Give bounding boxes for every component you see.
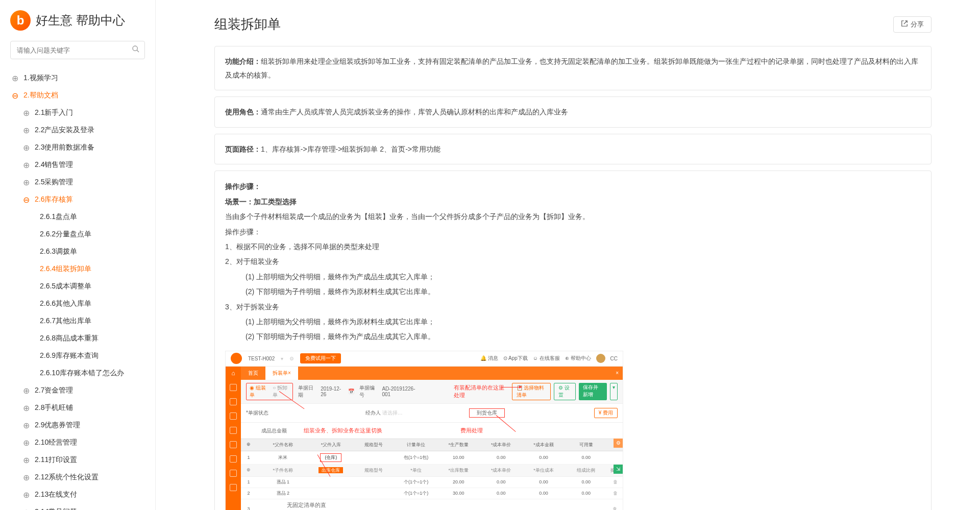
ss-row2: *单据状态 经办人 请选择… 到货仓库 ¥ 费用	[241, 404, 623, 423]
nav-2-10[interactable]: ⊕2.10经营管理	[10, 434, 145, 451]
ss-rail: ⌂	[226, 367, 241, 510]
ss-side-settings-icon: ⚙	[614, 439, 623, 448]
nav-2-5[interactable]: ⊕2.5采购管理	[10, 174, 145, 191]
nav-2-6-8[interactable]: 2.6.8商品成本重算	[10, 330, 145, 347]
ss-fee-button: ¥ 费用	[594, 408, 618, 418]
step3-2: (2) 下部明细为子件明细，最终作为产成品生成其它入库单。	[225, 329, 921, 344]
plus-icon: ⊕	[21, 507, 31, 510]
ss-try-button: 免费试用一下	[300, 353, 341, 363]
ss-radio-assemble: ◉ 组装单	[250, 384, 267, 399]
ss-row3: 成品总金额 组装业务、拆卸业务在这里切换 费用处理	[241, 423, 623, 439]
ss-tab-home: 首页	[241, 370, 265, 377]
plus-icon: ⊕	[21, 455, 31, 465]
ss-btn-settings: ⚙ 设置	[554, 383, 576, 400]
step3-1: (1) 上部明细为父件明细，最终作为原材料生成其它出库单；	[225, 314, 921, 329]
rail-icon	[230, 484, 237, 491]
ss-topbar: TEST-H002 ▾ ⚙ 免费试用一下 🔔 消息 ⊙ App下载 ☺ 在线客服…	[226, 351, 623, 367]
plus-icon: ⊕	[21, 421, 31, 430]
nav-2-6-10[interactable]: 2.6.10库存账本错了怎么办	[10, 365, 145, 382]
nav-2-6[interactable]: ⊖2.6库存核算	[10, 191, 145, 208]
ss-child-header: ⊕ *子件名称 出库仓库 规格型号 *单位 *出库数量 *成本单价 *单位成本 …	[241, 465, 623, 477]
nav-video[interactable]: ⊕1.视频学习	[10, 69, 145, 87]
step3: 3、对于拆装业务	[225, 300, 921, 314]
nav-2-7[interactable]: ⊕2.7资金管理	[10, 382, 145, 399]
site-logo: b 好生意 帮助中心	[10, 10, 145, 31]
ss-status-label: *单据状态	[246, 409, 268, 417]
share-icon	[901, 20, 908, 29]
role-label: 使用角色：	[225, 108, 261, 116]
nav-2-6-1[interactable]: 2.6.1盘点单	[10, 208, 145, 226]
nav-2-14[interactable]: ⊕2.14常见问题	[10, 503, 145, 510]
ss-parent-header: ⊕ *父件名称 *父件入库 规格型号 计量单位 *生产数量 *成本单价 *成本金…	[241, 439, 623, 451]
nav-2-11[interactable]: ⊕2.11打印设置	[10, 451, 145, 469]
ss-service: ☺ 在线客服	[533, 355, 560, 362]
ss-help: ⊕ 帮助中心	[565, 355, 591, 362]
nav-2-8[interactable]: ⊕2.8手机旺铺	[10, 399, 145, 417]
step2: 2、对于组装业务	[225, 254, 921, 269]
svg-line-1	[137, 50, 139, 52]
ss-tenant: TEST-H002	[248, 356, 275, 361]
plus-icon: ⊕	[21, 438, 31, 447]
ss-wh-badge: 出库仓库	[318, 467, 343, 473]
nav-2-13[interactable]: ⊕2.13在线支付	[10, 486, 145, 503]
nav-2-6-5[interactable]: 2.6.5成本调整单	[10, 278, 145, 295]
ss-toolbar: ◉ 组装单 ○ 拆卸单 单据日期 2019-12-26 📅 单据编号 AD-20…	[241, 380, 623, 404]
main-content: 组装拆卸单 分享 功能介绍：组装拆卸单用来处理企业组装或拆卸等加工业务，支持有固…	[156, 0, 980, 510]
plus-icon: ⊕	[21, 490, 31, 499]
nav-2-1[interactable]: ⊕2.1新手入门	[10, 104, 145, 122]
sidebar: b 好生意 帮助中心 ⊕1.视频学习 ⊖2.帮助文档 ⊕2.1新手入门 ⊕2.2…	[0, 0, 156, 510]
ss-radio-group: ◉ 组装单 ○ 拆卸单	[246, 383, 293, 400]
ss-child-row: 3无固定清单的直接在这里录入🗑	[241, 499, 623, 510]
ss-child-row: 2蒸品 2 个(1个=1个)30.000.000.000.00🗑	[241, 488, 623, 499]
ss-wh-highlight: (仓库)	[320, 453, 341, 462]
share-button[interactable]: 分享	[893, 16, 932, 33]
plus-icon: ⊕	[21, 386, 31, 395]
nav-2-6-4[interactable]: 2.6.4组装拆卸单	[10, 260, 145, 278]
role-box: 使用角色：通常由生产人员或库管人员完成拆装业务的操作，库管人员确认原材料的出库和…	[214, 96, 932, 128]
rail-icon	[230, 470, 237, 477]
intro-text: 组装拆卸单用来处理企业组装或拆卸等加工业务，支持有固定装配清单的产品加工业务，也…	[225, 57, 918, 79]
ss-user: CC	[610, 356, 618, 361]
ss-annotation-list: 有装配清单的在这里处理	[454, 384, 507, 399]
nav-2-6-7[interactable]: 2.6.7其他出库单	[10, 312, 145, 330]
share-label: 分享	[911, 20, 924, 29]
step2-1: (1) 上部明细为父件明细，最终作为产成品生成其它入库单；	[225, 270, 921, 284]
close-icon: ×	[616, 370, 619, 376]
ss-maker-label: 经办人 请选择…	[365, 409, 403, 417]
rail-icon	[230, 398, 237, 405]
arrow-icon	[501, 387, 522, 387]
ss-parent-row: 1 米米 (仓库) 包(1个=1包) 10.00 0.00 0.00 0.00	[241, 451, 623, 465]
nav-2-3[interactable]: ⊕2.3使用前数据准备	[10, 139, 145, 156]
rail-icon	[230, 412, 237, 420]
step2-2: (2) 下部明细为子件明细，最终作为原材料生成其它出库单。	[225, 284, 921, 299]
ss-total-label: 成品总金额	[261, 428, 287, 433]
ss-annotation-switch: 组装业务、拆卸业务在这里切换	[304, 427, 382, 433]
nav-2-2[interactable]: ⊕2.2产品安装及登录	[10, 122, 145, 139]
search-icon[interactable]	[132, 45, 140, 55]
step1: 1、根据不同的业务，选择不同单据的类型来处理	[225, 239, 921, 254]
nav-docs[interactable]: ⊖2.帮助文档	[10, 87, 145, 104]
nav-2-6-2[interactable]: 2.6.2分量盘点单	[10, 226, 145, 243]
ss-tab-form: 拆装单 ×	[265, 367, 298, 380]
plus-icon: ⊕	[21, 473, 31, 482]
nav-2-6-9[interactable]: 2.6.9库存账本查询	[10, 347, 145, 365]
search-input[interactable]	[10, 41, 145, 59]
path-text: 1、库存核算->库存管理->组装拆卸单 2、首页->常用功能	[261, 145, 440, 153]
site-title: 好生意 帮助中心	[36, 12, 125, 29]
plus-icon: ⊕	[21, 108, 31, 117]
nav-2-4[interactable]: ⊕2.4销售管理	[10, 156, 145, 174]
ss-avatar-icon	[596, 354, 605, 363]
ss-code-label: 单据编号	[359, 384, 377, 399]
ss-child-row: 1蒸品 1 个(1个=1个)20.000.000.000.00🗑	[241, 477, 623, 488]
minus-icon: ⊖	[21, 195, 31, 204]
nav-2-12[interactable]: ⊕2.12系统个性化设置	[10, 469, 145, 486]
rail-icon	[230, 455, 237, 463]
plus-icon: ⊕	[21, 178, 31, 187]
nav-2-6-6[interactable]: 2.6.6其他入库单	[10, 295, 145, 312]
ss-tabs: 首页 拆装单 × ×	[241, 367, 623, 380]
home-icon: ⌂	[231, 370, 235, 377]
nav-2-9[interactable]: ⊕2.9优惠券管理	[10, 417, 145, 434]
ss-dest-box: 到货仓库	[469, 408, 505, 418]
nav-2-6-3[interactable]: 2.6.3调拨单	[10, 243, 145, 260]
path-box: 页面路径：1、库存核算->库存管理->组装拆卸单 2、首页->常用功能	[214, 134, 932, 165]
